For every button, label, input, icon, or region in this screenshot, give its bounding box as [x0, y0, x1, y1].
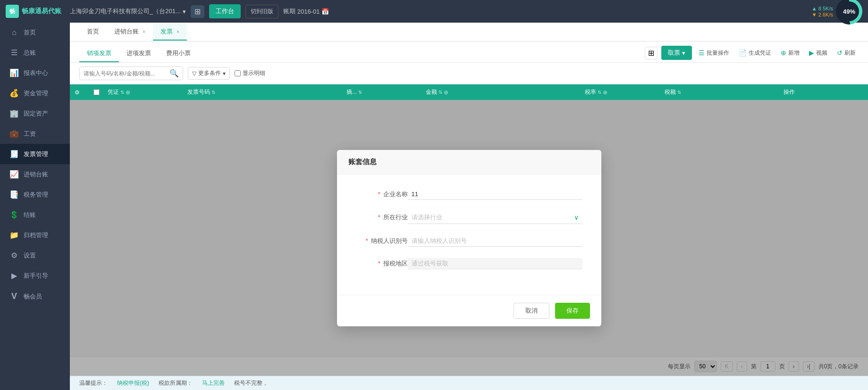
speed-indicator: 49% [836, 0, 862, 25]
video-icon: ▶ [809, 49, 814, 57]
show-detail-check[interactable] [235, 70, 241, 76]
sub-tab-purchase-invoice[interactable]: 进项发票 [119, 45, 159, 62]
sidebar-item-sales[interactable]: 📈 进销台账 [0, 164, 70, 184]
sidebar-label-sales: 进销台账 [24, 170, 48, 179]
app-name: 畅康通易代账 [22, 7, 61, 16]
th-settings[interactable]: ⚙ [75, 89, 93, 96]
th-voucher[interactable]: 凭证 ⇅ ⊕ [108, 88, 187, 96]
sidebar-label-assets: 固定资产 [24, 109, 48, 118]
th-tax-rate[interactable]: 税率 ⇅ ⊕ [585, 88, 665, 96]
period-selector[interactable]: 账期 2016-01 📅 [283, 7, 329, 16]
filter-icon: ▽ [192, 70, 196, 77]
search-toolbar: 🔍 ▽ 更多条件 ▾ 显示明细 [70, 63, 868, 84]
sidebar-label-funds: 资金管理 [24, 89, 48, 98]
sub-tab-expense-ticket[interactable]: 费用小票 [159, 45, 198, 62]
search-input[interactable] [84, 70, 167, 77]
refresh-icon: ↺ [837, 49, 843, 57]
tab-close-invoice[interactable]: × [177, 29, 179, 34]
th-amount[interactable]: 金额 ⇅ ⊕ [426, 88, 585, 96]
sidebar-item-guide[interactable]: ▶ 新手引导 [0, 266, 70, 286]
home-icon: ⌂ [9, 28, 19, 37]
tax-region-row: * 报税地区 [356, 258, 582, 269]
settings-icon: ⚙ [9, 251, 19, 260]
sidebar-item-ledger[interactable]: ☰ 总账 [0, 42, 70, 63]
reports-icon: 📊 [9, 68, 19, 77]
modal-header: 账套信息 [337, 150, 601, 174]
amount-sort-icon: ⇅ [438, 90, 442, 95]
table-header: ⚙ 凭证 ⇅ ⊕ 发票号码 ⇅ 摘... ⇅ 金额 [70, 84, 868, 100]
filter-dropdown-icon: ▾ [223, 70, 226, 77]
th-checkbox[interactable] [93, 89, 108, 95]
sales-icon: 📈 [9, 170, 19, 179]
take-invoice-button[interactable]: 取票 ▾ [661, 46, 692, 60]
modal-overlay: 账套信息 * 企业名称 [70, 100, 868, 376]
company-name-input[interactable] [408, 189, 582, 200]
detail-sort-icon: ⇅ [358, 90, 362, 95]
sidebar-label-salary: 工资 [24, 130, 36, 138]
sidebar: ⌂ 首页 ☰ 总账 📊 报表中心 💰 资金管理 🏢 固定资产 💼 工资 🧾 发票… [0, 23, 70, 390]
show-detail-checkbox[interactable]: 显示明细 [235, 69, 265, 77]
industry-select[interactable]: 请选择行业 ∨ [408, 211, 582, 224]
logo-icon: 畅 [6, 5, 19, 18]
gen-voucher-button[interactable]: 📄 生成凭证 [736, 47, 774, 59]
filter-button[interactable]: ▽ 更多条件 ▾ [188, 67, 230, 80]
app-logo: 畅 畅康通易代账 [6, 5, 61, 18]
sidebar-item-funds[interactable]: 💰 资金管理 [0, 83, 70, 103]
sidebar-item-salary[interactable]: 💼 工资 [0, 124, 70, 144]
sidebar-label-guide: 新手引导 [24, 272, 48, 280]
select-all-checkbox[interactable] [93, 89, 100, 95]
company-selector[interactable]: 上海卯金刀电子科技有限公司_（台201... ▾ [70, 7, 186, 16]
sidebar-item-archive[interactable]: 📁 归档管理 [0, 225, 70, 245]
sidebar-label-reports: 报表中心 [24, 69, 48, 77]
tab-invoice[interactable]: 发票 × [153, 24, 187, 41]
scroll-area: 账套信息 * 企业名称 [70, 100, 868, 376]
industry-label: * 所在行业 [356, 213, 408, 222]
tab-sales-ledger[interactable]: 进销台账 × [107, 24, 153, 41]
cancel-button[interactable]: 取消 [514, 303, 549, 319]
grid-view-btn[interactable]: ⊞ [645, 47, 657, 59]
sidebar-item-reports[interactable]: 📊 报表中心 [0, 63, 70, 83]
sidebar-label-settlement: 结账 [24, 211, 36, 219]
sidebar-item-assets[interactable]: 🏢 固定资产 [0, 103, 70, 124]
tax-report-link[interactable]: 纳税申报(税) [117, 379, 149, 387]
workbench-button[interactable]: 工作台 [209, 4, 241, 18]
th-action: 操作 [784, 88, 863, 96]
sidebar-item-vip[interactable]: V 畅会员 [0, 286, 70, 307]
sidebar-item-home[interactable]: ⌂ 首页 [0, 23, 70, 42]
speed-values: ▲ 8.5K/s ▼ 2.6K/s [812, 6, 833, 17]
tab-close-sales-ledger[interactable]: × [143, 29, 145, 34]
refresh-button[interactable]: ↺ 刷新 [834, 47, 859, 59]
tab-home[interactable]: 首页 [79, 24, 107, 41]
invoice-content: 销项发票 进项发票 费用小票 ⊞ 取票 ▾ [70, 41, 868, 390]
voucher-sort-icon: ⇅ [120, 90, 124, 95]
modal-body: * 企业名称 * 所在行业 [337, 174, 601, 295]
switch-old-button[interactable]: 切到旧版 [245, 5, 278, 18]
tax-rate-sort-icon: ⇅ [598, 90, 601, 95]
content-area: 首页 进销台账 × 发票 × 销项发票 进项发票 费用 [70, 23, 868, 390]
sidebar-label-ledger: 总账 [24, 49, 36, 57]
th-tax[interactable]: 税额 ⇅ [665, 88, 784, 96]
sidebar-item-invoice[interactable]: 🧾 发票管理 [0, 144, 70, 164]
modal-footer: 取消 保存 [337, 295, 601, 326]
download-speed: ▼ 2.6K/s [812, 12, 833, 17]
sub-tab-sales-invoice[interactable]: 销项发票 [79, 45, 119, 62]
add-icon: ⊕ [781, 49, 786, 57]
video-button[interactable]: ▶ 视频 [806, 47, 830, 59]
sidebar-item-tax[interactable]: 📑 税务管理 [0, 184, 70, 205]
batch-op-button[interactable]: ☰ 批量操作 [696, 47, 732, 59]
industry-row: * 所在行业 请选择行业 ∨ [356, 211, 582, 224]
save-button[interactable]: 保存 [555, 303, 590, 319]
sidebar-item-settlement[interactable]: 💲 结账 [0, 205, 70, 225]
ledger-icon: ☰ [9, 48, 19, 57]
th-invoice-num[interactable]: 发票号码 ⇅ [187, 88, 346, 96]
tax-id-input[interactable] [408, 235, 582, 247]
th-detail[interactable]: 摘... ⇅ [346, 88, 426, 96]
copy-button[interactable]: ⊞ [191, 5, 204, 18]
complete-link[interactable]: 马上完善 [202, 379, 225, 387]
add-button[interactable]: ⊕ 新增 [778, 47, 802, 59]
sidebar-label-settings: 设置 [24, 251, 36, 260]
industry-dropdown-icon: ∨ [574, 214, 579, 221]
sidebar-item-settings[interactable]: ⚙ 设置 [0, 245, 70, 266]
company-name-row: * 企业名称 [356, 189, 582, 200]
search-wrap[interactable]: 🔍 [79, 66, 183, 80]
